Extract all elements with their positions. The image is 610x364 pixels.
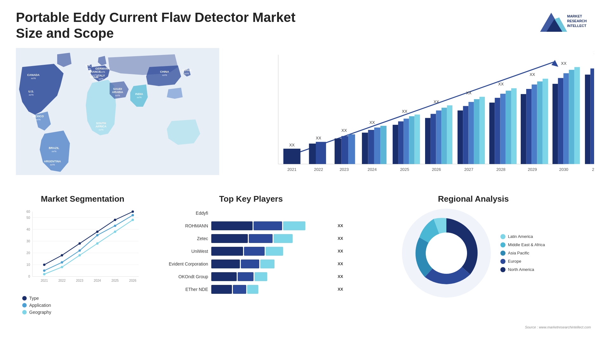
player-name-ether: ETher NDE <box>159 287 208 292</box>
svg-text:XX: XX <box>316 136 322 140</box>
bar-seg-light <box>283 221 305 230</box>
legend-geography: Geography <box>22 310 149 315</box>
player-row-eddyfi: Eddyfi <box>159 209 343 218</box>
source-text: Source : www.marketresearchintellect.com <box>525 325 591 329</box>
svg-text:0: 0 <box>28 275 30 278</box>
svg-text:20: 20 <box>26 251 30 255</box>
legend-latin-america: Latin America <box>500 234 545 239</box>
svg-rect-55 <box>362 132 368 164</box>
world-map-svg: CANADA xx% U.S. xx% MEXICO xx% BRAZIL xx… <box>16 48 219 175</box>
svg-point-136 <box>43 269 45 272</box>
svg-rect-47 <box>316 142 326 164</box>
bar-seg-mid <box>233 285 246 294</box>
player-row-okondt: OKOndt Group XX <box>159 272 343 281</box>
player-row-zetec: Zetec XX <box>159 234 343 243</box>
legend-geography-dot <box>22 310 27 314</box>
player-bar-zetec <box>211 234 333 243</box>
svg-point-140 <box>114 225 116 227</box>
svg-text:CANADA: CANADA <box>27 73 40 77</box>
player-name-uniwest: UniWest <box>159 249 208 254</box>
svg-text:XX: XX <box>289 142 295 147</box>
svg-rect-82 <box>489 103 495 164</box>
svg-text:2024: 2024 <box>368 167 377 172</box>
svg-text:U.K.: U.K. <box>85 64 91 67</box>
map-section: CANADA xx% U.S. xx% MEXICO xx% BRAZIL xx… <box>16 48 219 185</box>
svg-text:XX: XX <box>402 109 408 114</box>
svg-rect-96 <box>552 84 558 164</box>
svg-text:XX: XX <box>342 128 347 133</box>
player-name-rohmann: ROHMANN <box>159 223 208 228</box>
svg-rect-58 <box>380 126 386 164</box>
svg-rect-85 <box>506 91 511 164</box>
svg-rect-71 <box>442 108 447 164</box>
legend-middle-east-label: Middle East & Africa <box>508 242 545 247</box>
bar-seg-light <box>247 285 258 294</box>
bar-seg-mid <box>238 272 254 281</box>
players-list: Eddyfi ROHMANN XX Zetec <box>159 209 343 294</box>
svg-text:2025: 2025 <box>112 279 119 282</box>
svg-text:INTELLECT: INTELLECT <box>567 24 586 28</box>
svg-text:50: 50 <box>26 216 30 219</box>
legend-europe-dot <box>500 259 505 264</box>
top-row: CANADA xx% U.S. xx% MEXICO xx% BRAZIL xx… <box>16 48 594 185</box>
bar-seg-mid <box>249 234 273 243</box>
donut-legend: Latin America Middle East & Africa Asia … <box>500 234 545 272</box>
player-xx-okondt: XX <box>338 274 343 279</box>
segmentation-legend: Type Application Geography <box>16 296 149 315</box>
svg-text:2023: 2023 <box>340 167 349 172</box>
bar-seg-dark <box>211 272 237 281</box>
svg-point-144 <box>78 254 81 256</box>
svg-rect-79 <box>479 97 485 164</box>
svg-text:2027: 2027 <box>464 167 473 172</box>
svg-text:xx%: xx% <box>100 71 105 73</box>
regional-title: Regional Analysis <box>353 194 594 204</box>
svg-text:10: 10 <box>26 263 30 266</box>
svg-point-137 <box>61 261 63 263</box>
player-bar-evident <box>211 260 333 268</box>
legend-geography-label: Geography <box>29 310 51 315</box>
svg-rect-99 <box>569 70 574 164</box>
svg-rect-57 <box>374 127 380 164</box>
bar-seg-dark <box>211 234 248 243</box>
svg-text:xx%: xx% <box>31 77 36 80</box>
svg-text:ARGENTINA: ARGENTINA <box>44 160 61 163</box>
bar-seg-dark <box>211 285 232 294</box>
svg-text:MARKET: MARKET <box>567 14 582 18</box>
header: Portable Eddy Current Flaw Detector Mark… <box>16 10 594 42</box>
svg-rect-68 <box>425 118 430 164</box>
svg-text:xx%: xx% <box>115 94 120 97</box>
player-name-okondt: OKOndt Group <box>159 274 208 279</box>
svg-text:AFRICA: AFRICA <box>96 125 106 128</box>
svg-text:xx%: xx% <box>29 93 33 96</box>
svg-text:40: 40 <box>26 227 30 231</box>
player-bar-rohmann <box>211 221 333 230</box>
legend-application: Application <box>22 303 149 308</box>
svg-rect-104 <box>590 68 594 164</box>
svg-text:xx%: xx% <box>137 96 141 99</box>
svg-rect-86 <box>511 88 517 164</box>
player-bar-okondt <box>211 272 333 281</box>
svg-point-133 <box>96 230 98 233</box>
svg-text:GERMANY: GERMANY <box>95 67 110 70</box>
bottom-row: Market Segmentation 0 10 20 30 40 50 60 <box>16 194 594 331</box>
svg-text:2030: 2030 <box>559 167 568 172</box>
svg-rect-91 <box>532 84 537 164</box>
svg-text:xx%: xx% <box>92 79 96 82</box>
logo-area: MARKET RESEARCH INTELLECT <box>537 10 594 35</box>
svg-point-138 <box>78 249 81 252</box>
svg-text:SAUDI: SAUDI <box>113 87 122 91</box>
legend-middle-east: Middle East & Africa <box>500 242 545 247</box>
svg-rect-52 <box>348 134 355 164</box>
players-title: Top Key Players <box>159 194 343 204</box>
svg-point-147 <box>132 219 134 221</box>
legend-north-america-label: North America <box>508 267 534 272</box>
legend-latin-america-label: Latin America <box>508 234 533 239</box>
legend-north-america-dot <box>500 267 505 272</box>
bar-seg-dark <box>211 247 243 256</box>
svg-text:XX: XX <box>561 61 567 65</box>
page-container: Portable Eddy Current Flaw Detector Mark… <box>0 0 610 364</box>
legend-type-label: Type <box>29 296 39 301</box>
svg-text:JAPAN: JAPAN <box>182 69 191 72</box>
svg-text:2025: 2025 <box>400 167 409 172</box>
svg-text:xx%: xx% <box>98 128 103 131</box>
